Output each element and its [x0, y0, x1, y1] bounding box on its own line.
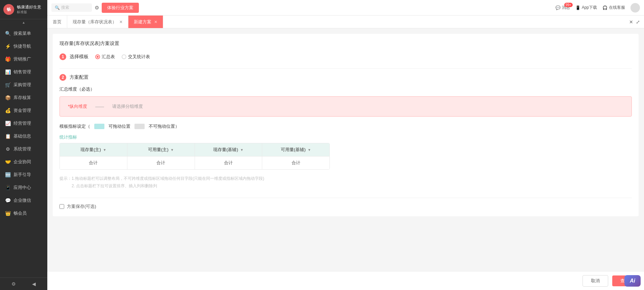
headset-icon: 🎧	[602, 5, 608, 10]
tab-new-scheme[interactable]: 新建方案 ✕	[128, 16, 163, 28]
sidebar-icon: 🔍	[5, 30, 11, 37]
search-placeholder: 搜索	[61, 5, 69, 10]
sidebar-item-企业协同[interactable]: 🤝企业协同	[0, 155, 47, 168]
sidebar-item-经营管理[interactable]: 📈经营管理	[0, 117, 47, 130]
sidebar-item-label: 营销推广	[14, 56, 31, 62]
page-title: 现存量(库存状况表)方案设置	[59, 41, 632, 47]
cancel-button[interactable]: 取消	[583, 275, 608, 287]
topbar-search[interactable]: 🔍 搜索	[51, 3, 92, 12]
sidebar-icon: 🛒	[5, 82, 11, 88]
stats-col-header[interactable]: 可用量(基辅)▼	[262, 143, 329, 156]
section-template: 1 选择模板 汇总表 交叉统计表	[59, 53, 632, 60]
sidebar-scroll-up[interactable]: ▲	[0, 19, 47, 26]
sidebar-item-系统管理[interactable]: ⚙系统管理	[0, 143, 47, 155]
content-area: 现存量(库存状况表)方案设置 1 选择模板 汇总表	[47, 28, 644, 271]
app-title-block: 畅康通好生意 标准版	[17, 4, 41, 15]
sidebar-item-营销推广[interactable]: 🎁营销推广	[0, 53, 47, 66]
try-industry-button[interactable]: 体验行业方案	[102, 3, 139, 13]
sidebar-item-label: 经营管理	[14, 120, 31, 126]
template-label: 模板指标设定（	[59, 123, 90, 129]
topbar-right: 💬 消息 99+ 📱 App下载 🎧 在线客服	[555, 3, 640, 13]
message-button[interactable]: 💬 消息 99+	[555, 5, 570, 10]
sidebar-icon: 📱	[5, 185, 11, 191]
ai-button[interactable]: Ai	[624, 275, 641, 287]
stats-col-body: 合计	[262, 156, 329, 169]
section2-header: 2 方案配置	[59, 74, 632, 81]
sidebar-icon: 💬	[5, 197, 11, 203]
dim-divider: ——	[95, 104, 104, 109]
stats-col-header[interactable]: 现存量(基辅)▼	[195, 143, 262, 156]
sidebar-item-库存核算[interactable]: 📦库存核算	[0, 91, 47, 104]
sidebar-nav: 🔍搜索菜单⚡快捷导航🎁营销推广📊销售管理🛒采购管理📦库存核算💰资金管理📈经营管理…	[0, 26, 47, 277]
sidebar-item-label: 销售管理	[14, 69, 31, 75]
collapse-icon[interactable]: ◀	[32, 281, 36, 287]
stats-table: 现存量(主)▼合计可用量(主)▼合计现存量(基辅)▼合计可用量(基辅)▼合计	[59, 143, 330, 170]
section1-number: 1	[59, 53, 66, 60]
stats-col-header[interactable]: 现存量(主)▼	[60, 143, 127, 156]
sidebar-item-label: 搜索菜单	[14, 30, 31, 37]
sidebar-item-快捷导航[interactable]: ⚡快捷导航	[0, 40, 47, 53]
tab-close-all-icon[interactable]: ✕	[629, 19, 633, 25]
online-service-link[interactable]: 🎧 在线客服	[602, 5, 625, 10]
save-checkbox[interactable]	[59, 204, 64, 209]
radio-cross-circle	[122, 54, 126, 59]
sidebar-item-基础信息[interactable]: 📋基础信息	[0, 130, 47, 143]
divider2	[59, 198, 632, 198]
sidebar-icon: 📊	[5, 69, 11, 75]
stats-label: 统计指标	[59, 134, 632, 140]
sidebar-item-新手引导[interactable]: 🆕新手引导	[0, 168, 47, 181]
tab-new-close[interactable]: ✕	[154, 20, 157, 24]
message-icon: 💬	[555, 5, 561, 10]
sidebar-item-label: 企业微信	[14, 197, 31, 203]
vertical-dim-box[interactable]: *纵向维度 —— 请选择分组维度	[59, 96, 632, 117]
tip-1: 提示：1.拖动标题栏可以调整布局，不可跨维度或指标区域拖动任何目字段(只能在同一…	[59, 175, 632, 183]
sidebar-item-资金管理[interactable]: 💰资金管理	[0, 104, 47, 117]
sidebar-icon: 📋	[5, 133, 11, 139]
sidebar-item-搜索菜单[interactable]: 🔍搜索菜单	[0, 27, 47, 40]
main-area: 🔍 搜索 ⚙ 体验行业方案 💬 消息 99+ 📱 App下载 🎧 在线客服	[47, 0, 644, 290]
chevron-down-icon: ▼	[103, 148, 106, 152]
settings-icon[interactable]: ⚙	[11, 281, 16, 287]
radio-summary-table[interactable]: 汇总表	[95, 54, 115, 60]
radio-summary-circle	[95, 54, 100, 59]
sidebar-item-label: 库存核算	[14, 95, 31, 101]
user-avatar[interactable]	[630, 3, 640, 13]
sidebar-item-label: 快捷导航	[14, 43, 31, 49]
sidebar-item-采购管理[interactable]: 🛒采购管理	[0, 78, 47, 91]
tab-inventory-status[interactable]: 现存量（库存状况表） ✕	[67, 16, 128, 28]
tab-home[interactable]: 首页	[47, 16, 67, 28]
template-radio-group: 汇总表 交叉统计表	[95, 54, 150, 60]
message-badge: 99+	[564, 3, 573, 7]
stats-table-header: 现存量(主)▼合计可用量(主)▼合计现存量(基辅)▼合计可用量(基辅)▼合计	[60, 143, 329, 169]
tabbar: 首页 现存量（库存状况表） ✕ 新建方案 ✕ ✕ ⤢	[47, 16, 644, 28]
sidebar-icon: 👑	[5, 210, 11, 216]
dim-placeholder: 请选择分组维度	[112, 103, 143, 110]
stats-col-header[interactable]: 可用量(主)▼	[127, 143, 195, 156]
app-download-link[interactable]: 📱 App下载	[575, 5, 597, 10]
sidebar-item-label: 资金管理	[14, 107, 31, 114]
sidebar-item-label: 应用中心	[14, 185, 31, 191]
chevron-down-icon: ▼	[308, 148, 311, 152]
radio-cross-table[interactable]: 交叉统计表	[122, 54, 150, 60]
non-draggable-label: 不可拖动位置）	[149, 123, 179, 129]
app-logo: 畅	[3, 4, 14, 15]
sidebar-item-企业微信[interactable]: 💬企业微信	[0, 194, 47, 207]
sidebar-icon: 📦	[5, 95, 11, 101]
stats-col-body: 合计	[195, 156, 262, 169]
sidebar-icon: ⚙	[5, 146, 11, 152]
tab-home-label: 首页	[53, 19, 61, 25]
gear-icon[interactable]: ⚙	[95, 5, 99, 11]
app-title: 畅康通好生意	[17, 4, 41, 10]
section2-title: 方案配置	[70, 74, 89, 80]
tab-inventory-close[interactable]: ✕	[119, 20, 123, 24]
section1-title: 选择模板	[70, 54, 89, 60]
chevron-down-icon: ▼	[171, 148, 174, 152]
tab-expand-icon[interactable]: ⤢	[636, 19, 640, 25]
save-row: 方案保存(可选)	[59, 203, 632, 210]
sidebar-item-应用中心[interactable]: 📱应用中心	[0, 181, 47, 194]
sidebar-item-销售管理[interactable]: 📊销售管理	[0, 66, 47, 78]
app-subtitle: 标准版	[17, 10, 41, 15]
sidebar-item-畅会员[interactable]: 👑畅会员	[0, 207, 47, 220]
radio-cross-label: 交叉统计表	[128, 54, 150, 60]
bottom-bar: 取消 查询	[47, 271, 644, 290]
